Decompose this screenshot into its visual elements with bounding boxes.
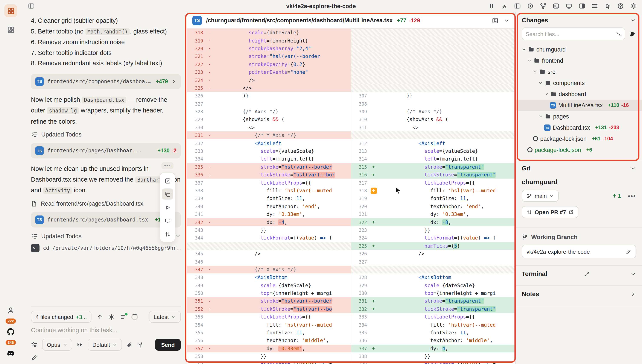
file-tree-item[interactable]: frontend	[516, 55, 642, 66]
pause-icon[interactable]	[488, 2, 495, 10]
diff-row[interactable]: 344 tickFormat={(value) => f324 tickForm…	[187, 234, 515, 242]
file-tree-item[interactable]: package-lock.json+6	[516, 144, 642, 156]
menu-icon[interactable]	[591, 2, 598, 10]
chevron-down-icon[interactable]	[630, 18, 636, 23]
add-comment-button[interactable]: +	[370, 187, 377, 194]
file-tree-item[interactable]: dashboard	[516, 88, 642, 100]
diff-row[interactable]: 318- scale={dateScale}	[187, 29, 515, 37]
chevron-down-icon[interactable]	[538, 81, 543, 85]
terminal-command-item[interactable]: >_ cd /private/var/folders/10/h7w0q46556…	[31, 244, 181, 252]
pencil-icon[interactable]	[31, 354, 181, 361]
edit-diff-icon[interactable]	[162, 175, 173, 186]
monitor-icon[interactable]	[162, 215, 173, 226]
collapse-icon[interactable]	[501, 2, 508, 10]
diff-row[interactable]: 345 />326 />	[187, 250, 515, 258]
files-changed-chip[interactable]: 4 files changed +3...	[31, 311, 92, 323]
person-icon[interactable]	[4, 304, 17, 317]
git-network-icon[interactable]	[539, 2, 547, 10]
diff-row[interactable]: 337 tickLabelProps={{317 tickLabelProps=…	[187, 179, 515, 187]
play-icon[interactable]	[162, 202, 173, 213]
paperclip-icon[interactable]	[127, 342, 133, 348]
file-chip[interactable]: TS frontend/src/components/dashboa... +4…	[31, 74, 181, 89]
panel-toggle-icon[interactable]	[28, 2, 35, 10]
diff-row[interactable]: 327308	[187, 100, 515, 108]
message-input[interactable]: Continue working on this task...	[31, 327, 181, 334]
diff-rows[interactable]: 318- scale={dateScale}319- height={inner…	[187, 29, 515, 364]
file-tree-item[interactable]: TSDashboard.tsx+131-233	[516, 122, 642, 133]
pointer-icon[interactable]	[604, 2, 611, 10]
diff-row[interactable]: 359 tickFormat={(value) => f339 tickForm…	[187, 360, 515, 364]
working-branch-input[interactable]: vk/4e2a-explore-the-code	[522, 245, 636, 258]
chevron-down-icon[interactable]	[630, 271, 636, 277]
diff-row[interactable]: 356 textAnchor: 'middle',336 textAnchor:…	[187, 336, 515, 344]
chevron-down-icon[interactable]	[504, 18, 510, 24]
file-tree-item[interactable]: churnguard	[516, 44, 642, 55]
mode-dropdown[interactable]: Default	[88, 339, 122, 351]
chevron-down-icon[interactable]	[527, 58, 532, 63]
chevron-down-icon[interactable]	[544, 92, 548, 96]
search-input[interactable]: Search files...	[522, 28, 625, 40]
chevron-down-icon[interactable]	[538, 114, 543, 118]
file-chip[interactable]: TS frontend/src/pages/Dashboar... +130-2	[31, 143, 181, 158]
diff-row[interactable]: 319- height={innerHeight}	[187, 37, 515, 45]
github-icon[interactable]	[4, 325, 17, 338]
diff-row[interactable]: 342- dx: -4,322+ dx: -8,	[187, 218, 515, 226]
diff-row[interactable]: 341 dy: '0.33em',321 dy: '0.33em',	[187, 210, 515, 218]
help-icon[interactable]	[617, 2, 624, 10]
expand-icon[interactable]	[584, 271, 589, 277]
notes-section-header[interactable]: Notes	[516, 286, 642, 301]
file-tree-item[interactable]: pages	[516, 111, 642, 122]
grid-icon[interactable]	[4, 23, 17, 36]
file-tree-item[interactable]: TSMultiLineArea.tsx+110-16	[516, 100, 642, 111]
diff-row[interactable]: 335- stroke="hsl(var(--border315+ stroke…	[187, 163, 515, 171]
slingshot-icon[interactable]	[137, 342, 144, 348]
more-icon[interactable]: •••	[628, 192, 636, 200]
diff-row[interactable]: 325+ numTicks={5}	[187, 242, 515, 250]
diff-row[interactable]: 352- tickStroke="hsl(var(--bo332+ tickSt…	[187, 305, 515, 313]
file-tree-item[interactable]: components	[516, 77, 642, 88]
changes-section-header[interactable]: Changes	[516, 12, 642, 28]
todos-item[interactable]: Updated Todos	[31, 131, 181, 138]
bird-icon[interactable]	[629, 30, 636, 38]
latest-dropdown[interactable]: Latest	[149, 311, 181, 323]
pencil-icon[interactable]	[626, 249, 631, 254]
diff-row[interactable]: 351- stroke="hsl(var(--border331+ stroke…	[187, 297, 515, 305]
diff-options-icon[interactable]	[492, 17, 499, 24]
diff-row[interactable]: 332 <AxisLeft312 <AxisLeft	[187, 139, 515, 147]
up-arrow-icon[interactable]	[97, 314, 103, 320]
discord-icon[interactable]	[4, 347, 17, 360]
diff-row[interactable]: 338 fill: 'hsl(var(--muted318+ fill: 'hs…	[187, 187, 515, 195]
git-section-header[interactable]: Git	[516, 160, 642, 176]
diff-row[interactable]: 358 }}338 }}	[187, 352, 515, 360]
diff-row[interactable]: 346327	[187, 258, 515, 266]
more-icon[interactable]: •••	[162, 162, 174, 169]
diff-row[interactable]: 323- pointerEvents="none"	[187, 68, 515, 76]
chevron-down-icon[interactable]	[630, 166, 636, 171]
copy-icon[interactable]	[162, 188, 173, 200]
commits-ahead[interactable]: 1	[612, 192, 621, 199]
diff-row[interactable]: 333 scale={valueScale}313 scale={valueSc…	[187, 147, 515, 155]
diff-row[interactable]: 348 <AxisBottom328 <AxisBottom	[187, 274, 515, 281]
panel-left-icon[interactable]	[514, 2, 521, 10]
diff-row[interactable]: 320- strokeDasharray="2,4"	[187, 45, 515, 52]
collapse-tree-icon[interactable]	[616, 31, 621, 37]
diff-row[interactable]: 330 <>311 <>	[187, 124, 515, 131]
workspace-icon[interactable]	[4, 4, 17, 17]
monitor-icon[interactable]	[565, 2, 572, 10]
diff-row[interactable]: 331- {/* Y Axis */}	[187, 131, 515, 139]
settings-icon[interactable]	[629, 2, 637, 10]
branch-selector[interactable]: main	[522, 190, 559, 202]
git-compare-icon[interactable]	[162, 228, 173, 240]
terminal-icon[interactable]	[552, 2, 559, 10]
todos-item[interactable]: Updated Todos	[31, 232, 181, 239]
read-file-item[interactable]: Read frontend/src/pages/Dashboard.tsx	[31, 200, 181, 207]
terminal-section-header[interactable]: Terminal	[516, 266, 642, 281]
sliders-icon[interactable]	[31, 341, 38, 348]
diff-row[interactable]: 321- stroke="hsl(var(--border	[187, 52, 515, 60]
diff-row[interactable]: 326 )}307 )}	[187, 92, 515, 100]
chevron-down-icon[interactable]	[522, 47, 526, 52]
fast-forward-icon[interactable]	[77, 341, 83, 348]
diff-row[interactable]: 336- tickStroke="hsl(var(--bor316+ tickS…	[187, 171, 515, 179]
diff-row[interactable]: 354 fill: 'hsl(var(--muted334 fill: 'hsl…	[187, 321, 515, 329]
chevron-down-icon[interactable]	[175, 233, 181, 239]
